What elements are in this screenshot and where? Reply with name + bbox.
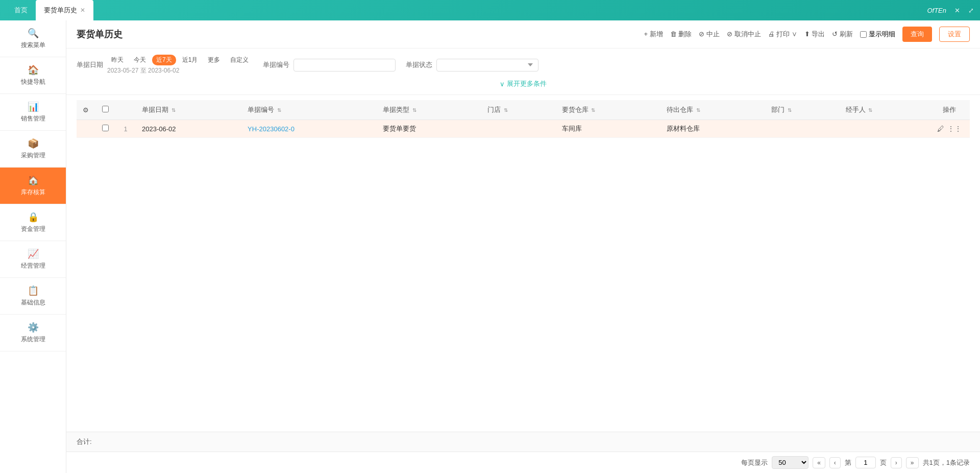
ops-icon: 📈 xyxy=(28,248,39,259)
page-header: 要货单历史 + 新增 🗑 删除 ⊘ 中止 ⊘ 取消中止 🖨 打印 ∨ ⬆ 导出 … xyxy=(66,20,980,49)
col-doc-no[interactable]: 单据编号 ⇅ xyxy=(241,100,377,120)
col-dept[interactable]: 部门 ⇅ xyxy=(765,100,840,120)
filter-area: 单据日期 昨天 今天 近7天 近1月 更多 自定义 2023-05-27 至 2… xyxy=(66,49,980,95)
first-page-btn[interactable]: « xyxy=(813,457,825,468)
table-container: ⚙ 单据日期 ⇅ 单据编号 ⇅ xyxy=(66,95,980,432)
cancel-suspend-button[interactable]: ⊘ 取消中止 xyxy=(727,30,761,39)
sort-icon: ⇅ xyxy=(172,107,176,113)
col-op: 操作 xyxy=(929,100,970,120)
sidebar-item-purchase-mgmt[interactable]: 📦 采购管理 xyxy=(0,131,66,168)
sidebar-item-base-info[interactable]: 📋 基础信息 xyxy=(0,278,66,315)
header-actions: + 新增 🗑 删除 ⊘ 中止 ⊘ 取消中止 🖨 打印 ∨ ⬆ 导出 ↺ 刷新 显… xyxy=(644,27,970,42)
often-label: OfTEn xyxy=(927,7,946,14)
row-pending-warehouse: 原材料仓库 xyxy=(660,120,765,138)
total-info: 共1页，1条记录 xyxy=(923,458,970,467)
sidebar-item-label: 经营管理 xyxy=(21,262,45,270)
sidebar-item-quick-nav[interactable]: 🏠 快捷导航 xyxy=(0,57,66,94)
footer-summary: 合计: xyxy=(66,432,980,452)
sidebar-item-sys-mgmt[interactable]: ⚙️ 系统管理 xyxy=(0,315,66,351)
date-options: 昨天 今天 近7天 近1月 更多 自定义 xyxy=(107,55,253,65)
row-doc-no[interactable]: YH-20230602-0 xyxy=(241,120,377,138)
date-btn-1month[interactable]: 近1月 xyxy=(178,55,202,65)
expand-more-btn[interactable]: ∨ 展开更多条件 xyxy=(77,79,970,88)
window-resize-icon[interactable]: ⤢ xyxy=(968,7,974,14)
pagination-bar: 每页显示 50 20 100 « ‹ 第 页 › » 共1页，1条记录 xyxy=(66,452,980,473)
sidebar-item-inventory[interactable]: 🏠 库存核算 xyxy=(0,168,66,204)
date-btn-today[interactable]: 今天 xyxy=(130,55,150,65)
sidebar-item-sales-mgmt[interactable]: 📊 销售管理 xyxy=(0,94,66,131)
print-button[interactable]: 🖨 打印 ∨ xyxy=(768,30,797,39)
page-label: 第 xyxy=(845,458,851,467)
edit-icon[interactable]: 🖊 xyxy=(937,125,944,133)
sort-icon: ⇅ xyxy=(504,107,508,113)
page-size-select[interactable]: 50 20 100 xyxy=(772,456,808,469)
last-page-btn[interactable]: » xyxy=(906,457,919,468)
window-close-icon[interactable]: ✕ xyxy=(954,7,960,14)
docno-input[interactable] xyxy=(293,59,396,72)
main-layout: 🔍 搜索菜单 🏠 快捷导航 📊 销售管理 📦 采购管理 🏠 库存核算 🔒 资金管… xyxy=(0,20,980,473)
table-row: 1 2023-06-02 YH-20230602-0 要货单要货 车间库 原材料… xyxy=(77,120,970,138)
chart-icon: 📊 xyxy=(28,101,39,112)
date-btn-more[interactable]: 更多 xyxy=(204,55,224,65)
query-button[interactable]: 查询 xyxy=(902,27,932,42)
docno-filter-group: 单据编号 xyxy=(263,59,396,72)
tab-requisition-history[interactable]: 要货单历史 ✕ xyxy=(36,0,93,20)
select-all-checkbox[interactable] xyxy=(102,106,109,112)
col-num xyxy=(115,100,136,120)
setting-button[interactable]: 设置 xyxy=(939,27,970,42)
row-num: 1 xyxy=(115,120,136,138)
suspend-button[interactable]: ⊘ 中止 xyxy=(699,30,720,39)
doc-no-link[interactable]: YH-20230602-0 xyxy=(248,125,295,133)
top-bar: 首页 要货单历史 ✕ OfTEn ✕ ⤢ xyxy=(0,0,980,20)
docno-filter-label: 单据编号 xyxy=(263,60,289,69)
row-doc-type: 要货单要货 xyxy=(377,120,481,138)
col-handler[interactable]: 经手人 ⇅ xyxy=(840,100,929,120)
new-button[interactable]: + 新增 xyxy=(644,30,663,39)
export-button[interactable]: ⬆ 导出 xyxy=(804,30,825,39)
box-icon: 📦 xyxy=(28,138,39,149)
tab-home[interactable]: 首页 xyxy=(6,0,36,20)
sort-icon: ⇅ xyxy=(277,107,281,113)
col-settings[interactable]: ⚙ xyxy=(77,100,95,120)
status-filter-label: 单据状态 xyxy=(406,60,432,69)
col-pending-warehouse[interactable]: 待出仓库 ⇅ xyxy=(660,100,765,120)
date-filter-group: 单据日期 昨天 今天 近7天 近1月 更多 自定义 2023-05-27 至 2… xyxy=(77,55,253,75)
row-settings xyxy=(77,120,95,138)
show-detail-checkbox[interactable]: 显示明细 xyxy=(860,30,895,39)
sidebar-item-ops-mgmt[interactable]: 📈 经营管理 xyxy=(0,241,66,278)
sidebar-item-finance-mgmt[interactable]: 🔒 资金管理 xyxy=(0,204,66,241)
more-icon[interactable]: ⋮⋮ xyxy=(947,125,962,133)
page-size-label: 每页显示 xyxy=(741,458,768,467)
page-input[interactable] xyxy=(855,457,876,468)
delete-button[interactable]: 🗑 删除 xyxy=(670,30,692,39)
row-checkbox[interactable] xyxy=(95,120,115,138)
filter-row: 单据日期 昨天 今天 近7天 近1月 更多 自定义 2023-05-27 至 2… xyxy=(77,55,970,75)
refresh-button[interactable]: ↺ 刷新 xyxy=(832,30,853,39)
col-req-warehouse[interactable]: 要货仓库 ⇅ xyxy=(556,100,660,120)
next-page-btn[interactable]: › xyxy=(891,457,902,468)
sidebar-item-label: 资金管理 xyxy=(21,225,45,233)
date-range-text: 2023-05-27 至 2023-06-02 xyxy=(107,66,253,75)
content-area: 要货单历史 + 新增 🗑 删除 ⊘ 中止 ⊘ 取消中止 🖨 打印 ∨ ⬆ 导出 … xyxy=(66,20,980,473)
sidebar-item-search-menu[interactable]: 🔍 搜索菜单 xyxy=(0,20,66,57)
sidebar-item-label: 销售管理 xyxy=(21,114,45,123)
col-store[interactable]: 门店 ⇅ xyxy=(481,100,556,120)
sidebar-item-label: 库存核算 xyxy=(21,188,45,197)
page-unit: 页 xyxy=(880,458,887,467)
row-req-warehouse: 车间库 xyxy=(556,120,660,138)
home-icon: 🏠 xyxy=(28,64,39,76)
col-checkbox[interactable] xyxy=(95,100,115,120)
col-date[interactable]: 单据日期 ⇅ xyxy=(136,100,241,120)
date-btn-7days[interactable]: 近7天 xyxy=(152,55,176,65)
prev-page-btn[interactable]: ‹ xyxy=(829,457,841,468)
sort-icon: ⇅ xyxy=(412,107,416,113)
sidebar-item-label: 搜索菜单 xyxy=(21,41,45,50)
date-btn-yesterday[interactable]: 昨天 xyxy=(107,55,128,65)
date-btn-custom[interactable]: 自定义 xyxy=(226,55,253,65)
page-title: 要货单历史 xyxy=(77,28,644,40)
sort-icon: ⇅ xyxy=(591,107,595,113)
status-select[interactable] xyxy=(436,59,538,72)
tab-close-icon[interactable]: ✕ xyxy=(80,7,85,14)
col-doc-type[interactable]: 单据类型 ⇅ xyxy=(377,100,481,120)
sort-icon: ⇅ xyxy=(788,107,792,113)
